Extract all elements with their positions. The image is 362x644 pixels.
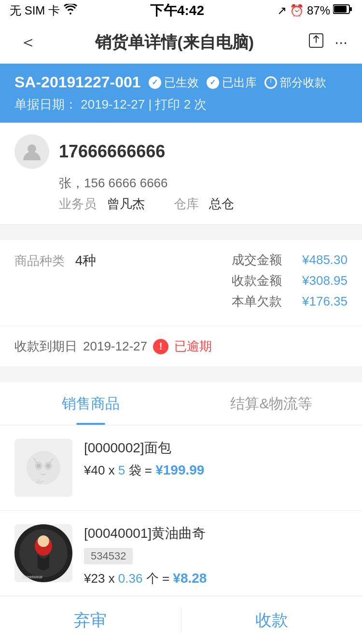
carrier-label: 无 SIM 卡 bbox=[10, 3, 60, 18]
deal-amount-row: 成交金额 ¥485.30 bbox=[232, 252, 348, 268]
stats-right: 成交金额 ¥485.30 收款金额 ¥308.95 本单欠款 ¥176.35 bbox=[232, 252, 348, 314]
cancel-button[interactable]: 弃审 bbox=[0, 596, 181, 644]
svg-point-9 bbox=[46, 464, 50, 468]
overdue-text: 已逾期 bbox=[174, 338, 212, 355]
warehouse-value: 总仓 bbox=[209, 196, 234, 211]
category-row: 商品种类 4种 bbox=[14, 252, 96, 270]
product-info-2: [00040001]黄油曲奇 534532 ¥23 x 0.36 个 = ¥8.… bbox=[84, 524, 348, 587]
customer-section: 17666666666 张，156 6666 6666 业务员 曾凡杰 仓库 总… bbox=[0, 123, 362, 224]
category-label: 商品种类 bbox=[14, 253, 65, 268]
products-section: 品+ [0000002]面包 ¥40 x 5 袋 = ¥199.99 bbox=[0, 425, 362, 601]
clock-icon bbox=[265, 76, 277, 89]
more-icon[interactable]: ··· bbox=[334, 33, 348, 51]
svg-point-14 bbox=[38, 535, 49, 547]
battery-label: 87% bbox=[307, 4, 330, 17]
product-info-1: [0000002]面包 ¥40 x 5 袋 = ¥199.99 bbox=[84, 439, 348, 479]
debt-amount-value: ¥176.35 bbox=[290, 294, 348, 309]
deal-amount-value: ¥485.30 bbox=[290, 252, 348, 267]
product-thumb-2: Streetwear bbox=[14, 524, 72, 582]
product-item-2: Streetwear [00040001]黄油曲奇 534532 ¥23 x 0… bbox=[0, 511, 362, 601]
warehouse-label: 仓库 bbox=[174, 196, 199, 211]
location-icon: ↗ bbox=[277, 4, 287, 17]
status-left: 无 SIM 卡 bbox=[10, 3, 77, 18]
tab-settlement[interactable]: 结算&物流等 bbox=[181, 382, 362, 425]
overdue-icon: ! bbox=[153, 339, 168, 354]
product-qty-2: 0.36 bbox=[118, 571, 143, 586]
receipt-amount-label: 收款金额 bbox=[232, 272, 282, 289]
product-total-2: ¥8.28 bbox=[173, 571, 207, 586]
tab-sales-products[interactable]: 销售商品 bbox=[0, 382, 181, 425]
category-count: 4种 bbox=[75, 253, 97, 268]
product-price-2: ¥23 x 0.36 个 = ¥8.28 bbox=[84, 570, 348, 587]
customer-info-row: 业务员 曾凡杰 仓库 总仓 bbox=[59, 196, 348, 212]
debt-amount-row: 本单欠款 ¥176.35 bbox=[232, 293, 348, 310]
nav-bar: ＜ 销货单详情(来自电脑) ··· bbox=[0, 21, 362, 64]
tabs-bar: 销售商品 结算&物流等 bbox=[0, 382, 362, 425]
divider-1 bbox=[0, 224, 362, 232]
status-right: ↗ ⏰ 87% bbox=[277, 4, 352, 17]
product-tag-2: 534532 bbox=[84, 548, 133, 564]
status-badge-3: 部分收款 bbox=[265, 75, 326, 90]
confirm-button[interactable]: 收款 bbox=[181, 596, 362, 644]
status-badge-1: 已生效 bbox=[149, 75, 199, 90]
order-banner: SA-20191227-001 已生效 已出库 部分收款 单据日期： 2019-… bbox=[0, 64, 362, 123]
product-name-1: [0000002]面包 bbox=[84, 439, 348, 457]
customer-name: 17666666666 bbox=[59, 141, 165, 162]
status-badge-2: 已出库 bbox=[207, 75, 257, 90]
deal-amount-label: 成交金额 bbox=[232, 252, 282, 268]
check-icon-2 bbox=[207, 76, 219, 89]
svg-text:品+: 品+ bbox=[36, 479, 44, 484]
debt-amount-label: 本单欠款 bbox=[232, 293, 282, 310]
receipt-amount-row: 收款金额 ¥308.95 bbox=[232, 272, 348, 289]
bottom-bar: 弃审 收款 bbox=[0, 596, 362, 644]
product-total-1: ¥199.99 bbox=[155, 462, 204, 477]
stats-section: 商品种类 4种 成交金额 ¥485.30 收款金额 ¥308.95 本单欠款 ¥… bbox=[0, 240, 362, 325]
product-price-1: ¥40 x 5 袋 = ¥199.99 bbox=[84, 462, 348, 479]
due-section: 收款到期日 2019-12-27 ! 已逾期 bbox=[0, 326, 362, 367]
tabs-section: 销售商品 结算&物流等 bbox=[0, 382, 362, 601]
alarm-icon: ⏰ bbox=[290, 4, 304, 17]
svg-rect-2 bbox=[334, 6, 347, 13]
order-id: SA-20191227-001 bbox=[14, 73, 141, 91]
product-item: 品+ [0000002]面包 ¥40 x 5 袋 = ¥199.99 bbox=[0, 425, 362, 511]
status-time: 下午4:42 bbox=[150, 1, 204, 20]
svg-text:Streetwear: Streetwear bbox=[22, 574, 43, 579]
status-bar: 无 SIM 卡 下午4:42 ↗ ⏰ 87% bbox=[0, 0, 362, 21]
avatar bbox=[14, 134, 49, 169]
check-icon-1 bbox=[149, 76, 161, 89]
divider-2 bbox=[0, 367, 362, 375]
product-name-2: [00040001]黄油曲奇 bbox=[84, 524, 348, 543]
tab-underline bbox=[76, 423, 105, 425]
product-qty-1: 5 bbox=[118, 463, 125, 477]
page-title: 销货单详情(来自电脑) bbox=[95, 31, 254, 54]
due-date-label: 收款到期日 bbox=[14, 338, 77, 355]
due-date-value: 2019-12-27 bbox=[83, 339, 147, 354]
svg-point-8 bbox=[37, 464, 41, 468]
nav-actions: ··· bbox=[307, 32, 348, 53]
salesperson-label: 业务员 bbox=[59, 196, 97, 211]
order-date-row: 单据日期： 2019-12-27 | 打印 2 次 bbox=[14, 96, 348, 113]
wifi-icon bbox=[64, 4, 77, 17]
svg-rect-1 bbox=[350, 7, 352, 11]
receipt-amount-value: ¥308.95 bbox=[290, 273, 348, 288]
back-button[interactable]: ＜ bbox=[14, 26, 42, 59]
salesperson-value: 曾凡杰 bbox=[107, 196, 145, 211]
product-thumb-1: 品+ bbox=[14, 439, 72, 497]
share-icon[interactable] bbox=[307, 32, 325, 53]
customer-sub: 张，156 6666 6666 bbox=[59, 175, 348, 192]
battery-icon bbox=[333, 4, 352, 17]
